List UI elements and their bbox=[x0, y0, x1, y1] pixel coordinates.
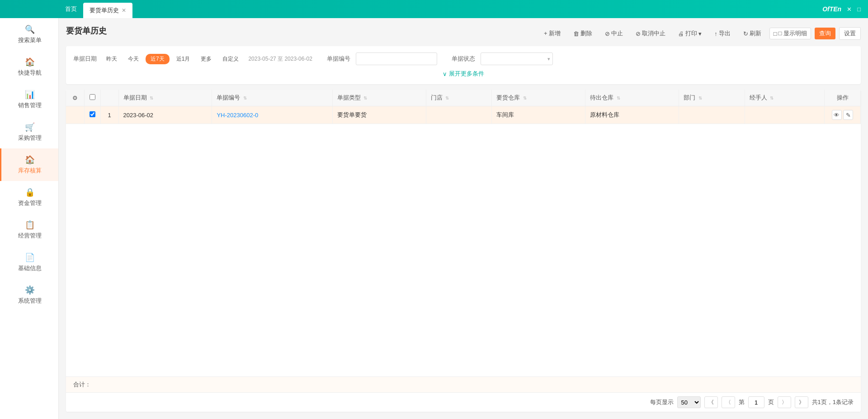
th-req-warehouse-label: 要货仓库 bbox=[496, 94, 520, 101]
doc-no-input[interactable] bbox=[356, 52, 437, 65]
td-handler bbox=[745, 106, 824, 124]
sidebar-item-quick-nav[interactable]: 🏠 快捷导航 bbox=[0, 51, 58, 83]
tab-requisition-history[interactable]: 要货单历史 ✕ bbox=[83, 3, 132, 18]
td-req-warehouse: 车间库 bbox=[492, 106, 585, 124]
td-doc-no[interactable]: YH-20230602-0 bbox=[212, 106, 332, 124]
pagination: 每页显示 50 20 100 200 《 〈 第 页 〉 》 共1页，1条记录 bbox=[66, 392, 861, 412]
refresh-button[interactable]: ↻ 刷新 bbox=[739, 28, 766, 39]
th-gear[interactable]: ⚙ bbox=[66, 90, 84, 106]
prev-page-button[interactable]: 〈 bbox=[722, 396, 735, 408]
expand-more[interactable]: ∨ 展开更多条件 bbox=[73, 70, 854, 78]
th-req-warehouse[interactable]: 要货仓库 ⇅ bbox=[492, 90, 585, 106]
th-store[interactable]: 门店 ⇅ bbox=[426, 90, 492, 106]
date-btn-yesterday[interactable]: 昨天 bbox=[102, 54, 121, 64]
main-layout: 🔍 搜索菜单 🏠 快捷导航 📊 销售管理 🛒 采购管理 🏠 库存核算 🔒 资金管… bbox=[0, 18, 868, 419]
stop-button[interactable]: ⊘ 中止 bbox=[600, 28, 627, 39]
page-label: 第 bbox=[739, 398, 745, 406]
print-icon: 🖨 bbox=[678, 30, 684, 37]
page-input[interactable] bbox=[748, 396, 764, 408]
chart-icon: 📊 bbox=[25, 90, 35, 100]
status-select[interactable] bbox=[481, 52, 553, 65]
add-button[interactable]: + 新增 bbox=[539, 28, 565, 39]
document-icon: 📄 bbox=[25, 252, 35, 262]
date-btn-last-month[interactable]: 近1月 bbox=[172, 54, 194, 64]
th-department[interactable]: 部门 ⇅ bbox=[679, 90, 745, 106]
checkbox-icon: □ bbox=[774, 30, 777, 37]
total-info: 共1页，1条记录 bbox=[812, 398, 854, 406]
window-maximize-icon[interactable]: □ bbox=[857, 6, 861, 13]
sidebar-item-finance[interactable]: 🔒 资金管理 bbox=[0, 181, 58, 214]
sidebar-item-search[interactable]: 🔍 搜索菜单 bbox=[0, 18, 58, 51]
th-pending-warehouse-label: 待出仓库 bbox=[590, 94, 613, 101]
sort-icon-doc-no: ⇅ bbox=[243, 95, 247, 100]
th-doc-date[interactable]: 单据日期 ⇅ bbox=[118, 90, 212, 106]
sidebar-item-purchase-label: 采购管理 bbox=[18, 134, 42, 142]
sidebar-item-sales[interactable]: 📊 销售管理 bbox=[0, 83, 58, 116]
sidebar-item-system[interactable]: ⚙️ 系统管理 bbox=[0, 279, 58, 311]
filter-card: 单据日期 昨天 今天 近7天 近1月 更多 自定义 2023-05-27 至 2… bbox=[66, 46, 861, 84]
sidebar-item-purchase[interactable]: 🛒 采购管理 bbox=[0, 116, 58, 148]
brand-label: OfTEn bbox=[822, 5, 841, 13]
print-arrow-icon: ▾ bbox=[698, 30, 702, 37]
td-doc-date: 2023-06-02 bbox=[118, 106, 212, 124]
th-doc-no[interactable]: 单据编号 ⇅ bbox=[212, 90, 332, 106]
th-pending-warehouse[interactable]: 待出仓库 ⇅ bbox=[585, 90, 679, 106]
date-btn-today[interactable]: 今天 bbox=[124, 54, 143, 64]
row-checkbox[interactable] bbox=[90, 111, 95, 117]
sidebar-item-sales-label: 销售管理 bbox=[18, 101, 42, 110]
sort-icon-doc-date: ⇅ bbox=[150, 95, 153, 100]
delete-button[interactable]: 🗑 删除 bbox=[569, 28, 597, 39]
close-tab-icon[interactable]: ✕ bbox=[122, 7, 126, 14]
td-pending-warehouse: 原材料仓库 bbox=[585, 106, 679, 124]
th-doc-type[interactable]: 单据类型 ⇅ bbox=[332, 90, 426, 106]
tab-home[interactable]: 首页 bbox=[59, 0, 83, 18]
date-btn-custom[interactable]: 自定义 bbox=[218, 54, 243, 64]
cancel-stop-button[interactable]: ⊘ 取消中止 bbox=[631, 28, 670, 39]
top-bar-right: OfTEn ✕ □ bbox=[822, 5, 868, 13]
sort-icon-req-warehouse: ⇅ bbox=[523, 95, 527, 100]
next-page-button[interactable]: 〉 bbox=[778, 396, 791, 408]
sidebar-item-operation[interactable]: 📋 经营管理 bbox=[0, 214, 58, 246]
op-edit-icon[interactable]: ✎ bbox=[843, 110, 853, 120]
sidebar-item-system-label: 系统管理 bbox=[18, 297, 42, 305]
cancel-stop-icon: ⊘ bbox=[636, 30, 641, 37]
table-wrap: ⚙ 单据日期 ⇅ 单据编号 bbox=[66, 90, 861, 376]
sidebar-item-inventory[interactable]: 🏠 库存核算 bbox=[0, 148, 58, 181]
export-button[interactable]: ↑ 导出 bbox=[710, 28, 735, 39]
td-checkbox[interactable] bbox=[84, 106, 100, 124]
select-all-checkbox[interactable] bbox=[90, 94, 95, 100]
sidebar-item-quick-nav-label: 快捷导航 bbox=[18, 69, 42, 77]
sidebar-item-operation-label: 经营管理 bbox=[18, 232, 42, 240]
sidebar-item-basic[interactable]: 📄 基础信息 bbox=[0, 246, 58, 279]
setting-button[interactable]: 设置 bbox=[839, 27, 861, 40]
op-view-icon[interactable]: 👁 bbox=[832, 110, 842, 120]
display-detail-button[interactable]: □ □ 显示明细 bbox=[769, 28, 811, 39]
th-handler[interactable]: 经手人 ⇅ bbox=[745, 90, 824, 106]
th-department-label: 部门 bbox=[684, 94, 695, 101]
header-actions: + 新增 🗑 删除 ⊘ 中止 ⊘ 取消中止 🖨 打印 ▾ bbox=[539, 27, 861, 40]
date-btn-last7[interactable]: 近7天 bbox=[146, 54, 170, 64]
status-label: 单据状态 bbox=[452, 55, 475, 63]
export-icon: ↑ bbox=[714, 30, 717, 37]
page-size-select[interactable]: 50 20 100 200 bbox=[677, 396, 701, 408]
date-range-text: 2023-05-27 至 2023-06-02 bbox=[248, 55, 312, 63]
sort-icon-doc-type: ⇅ bbox=[363, 95, 367, 100]
window-close-icon[interactable]: ✕ bbox=[847, 6, 852, 13]
td-department bbox=[679, 106, 745, 124]
th-doc-type-label: 单据类型 bbox=[337, 94, 361, 101]
search-button[interactable]: 查询 bbox=[815, 28, 835, 39]
lock-icon: 🔒 bbox=[25, 187, 35, 197]
last-page-button[interactable]: 》 bbox=[795, 396, 808, 408]
sort-icon-handler: ⇅ bbox=[770, 95, 774, 100]
sidebar-item-basic-label: 基础信息 bbox=[18, 264, 42, 272]
doc-no-link[interactable]: YH-20230602-0 bbox=[217, 112, 258, 119]
date-btn-more[interactable]: 更多 bbox=[197, 54, 216, 64]
sidebar-item-search-label: 搜索菜单 bbox=[18, 36, 42, 44]
first-page-button[interactable]: 《 bbox=[704, 396, 718, 408]
th-checkbox[interactable] bbox=[84, 90, 100, 106]
delete-icon: 🗑 bbox=[573, 30, 579, 37]
settings-icon[interactable]: ⚙ bbox=[72, 95, 78, 101]
sidebar-item-finance-label: 资金管理 bbox=[18, 199, 42, 207]
th-handler-label: 经手人 bbox=[750, 94, 767, 101]
print-button[interactable]: 🖨 打印 ▾ bbox=[674, 28, 706, 39]
